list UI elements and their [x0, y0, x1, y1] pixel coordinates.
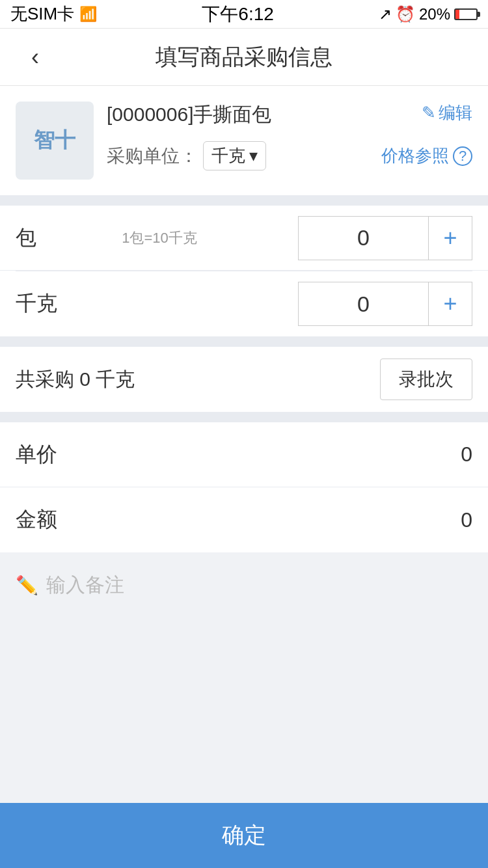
unit-price-label: 单价: [16, 441, 57, 469]
amount-row: 金额 0: [0, 487, 488, 552]
divider-3: [0, 412, 488, 422]
price-reference-button[interactable]: 价格参照 ?: [381, 144, 472, 167]
battery-percent: 20%: [419, 5, 450, 23]
unit-label: 采购单位：: [107, 144, 198, 169]
remark-placeholder: 输入备注: [46, 572, 124, 599]
package-label: 包: [16, 224, 116, 252]
content-space: [0, 617, 488, 800]
page-title: 填写商品采购信息: [156, 42, 332, 72]
batch-button[interactable]: 录批次: [380, 359, 472, 400]
amount-label: 金额: [16, 506, 57, 534]
summary-row: 共采购 0 千克 录批次: [0, 347, 488, 412]
package-input[interactable]: [298, 216, 428, 260]
amount-value: 0: [461, 508, 472, 532]
product-info: [0000006]手撕面包 ✎ 编辑 采购单位： 千克 ▾ 价格参照 ?: [107, 102, 472, 170]
product-image: 智十: [16, 102, 94, 180]
product-name: [0000006]手撕面包: [107, 102, 422, 128]
location-icon: ↗: [379, 5, 392, 23]
unit-value: 千克: [211, 144, 245, 167]
edit-icon: ✎: [422, 103, 436, 123]
product-title: 手撕面包: [193, 103, 271, 125]
price-ref-help-icon: ?: [453, 146, 472, 166]
status-bar: 无SIM卡 📶 下午6:12 ↗ ⏰ 20%: [0, 0, 488, 29]
unit-select-dropdown[interactable]: 千克 ▾: [203, 141, 266, 170]
product-code: [0000006]: [107, 103, 193, 125]
status-time: 下午6:12: [202, 2, 274, 27]
input-section: 包 1包=10千克 + 千克 +: [0, 206, 488, 336]
confirm-button[interactable]: 确定: [0, 803, 488, 868]
divider-1: [0, 195, 488, 206]
input-row-kg: 千克 +: [0, 271, 488, 336]
nav-bar: ‹ 填写商品采购信息: [0, 29, 488, 86]
confirm-label: 确定: [222, 821, 266, 850]
unit-selector: 采购单位： 千克 ▾: [107, 141, 266, 170]
status-left: 无SIM卡 📶: [10, 3, 97, 25]
summary-text: 共采购 0 千克: [16, 366, 135, 393]
unit-price-row: 单价 0: [0, 422, 488, 487]
back-button[interactable]: ‹: [16, 38, 55, 77]
kg-input[interactable]: [298, 282, 428, 326]
edit-label: 编辑: [439, 102, 472, 124]
product-card: 智十 [0000006]手撕面包 ✎ 编辑 采购单位： 千克 ▾ 价格参照 ?: [0, 86, 488, 195]
divider-2: [0, 336, 488, 347]
remark-section[interactable]: ✏️ 输入备注: [0, 552, 488, 617]
wifi-icon: 📶: [79, 6, 97, 23]
package-input-control: +: [298, 216, 472, 260]
kg-plus-button[interactable]: +: [428, 282, 472, 326]
status-right: ↗ ⏰ 20%: [379, 5, 478, 23]
edit-button[interactable]: ✎ 编辑: [422, 102, 472, 124]
chevron-down-icon: ▾: [249, 146, 258, 166]
pencil-icon: ✏️: [16, 575, 38, 596]
product-top-row: [0000006]手撕面包 ✎ 编辑: [107, 102, 472, 128]
battery-icon: [454, 8, 478, 20]
alarm-icon: ⏰: [396, 5, 415, 23]
unit-price-value: 0: [461, 442, 472, 467]
kg-input-control: +: [298, 282, 472, 326]
price-section: 单价 0 金额 0: [0, 422, 488, 552]
product-unit-row: 采购单位： 千克 ▾ 价格参照 ?: [107, 141, 472, 170]
package-plus-button[interactable]: +: [428, 216, 472, 260]
kg-label: 千克: [16, 290, 157, 318]
package-sublabel: 1包=10千克: [122, 228, 197, 248]
price-ref-label: 价格参照: [381, 144, 449, 167]
product-logo: 智十: [34, 126, 75, 155]
carrier-text: 无SIM卡: [10, 3, 74, 25]
input-row-package: 包 1包=10千克 +: [0, 206, 488, 271]
